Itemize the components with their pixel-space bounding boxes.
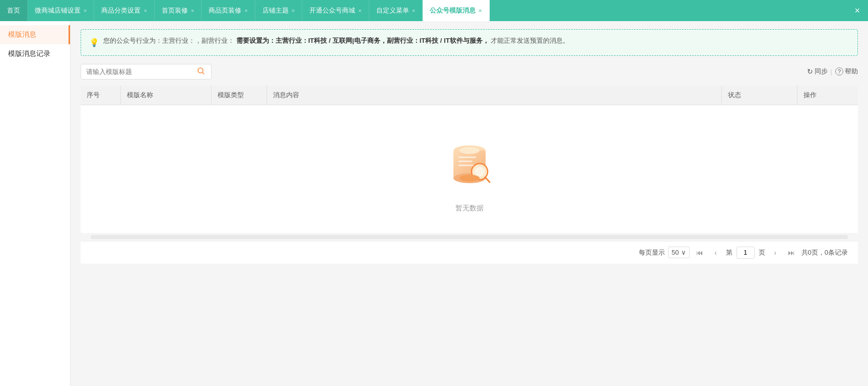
search-input[interactable] xyxy=(86,68,197,75)
tab-home-label: 首页 xyxy=(7,6,20,15)
svg-line-1 xyxy=(203,72,205,74)
tab-home-decor[interactable]: 首页装修 × xyxy=(155,0,202,21)
tab-home-decor-close[interactable]: × xyxy=(191,8,194,14)
col-status: 状态 xyxy=(722,86,797,105)
tab-store-theme-close[interactable]: × xyxy=(292,8,295,14)
svg-rect-8 xyxy=(458,165,475,166)
sidebar-item-template-msg[interactable]: 模版消息 xyxy=(0,25,70,44)
empty-illustration xyxy=(439,135,500,196)
last-page-button[interactable]: ⏭ xyxy=(785,247,797,259)
empty-text: 暂无数据 xyxy=(455,204,484,213)
tab-open-wechat-close[interactable]: × xyxy=(358,8,361,14)
empty-state: 暂无数据 xyxy=(81,105,858,233)
sidebar-item-template-msg-log[interactable]: 模版消息记录 xyxy=(0,44,70,63)
prev-page-button[interactable]: ‹ xyxy=(710,247,722,259)
alert-banner: 💡 您的公众号行业为：主营行业：，副营行业： 需要设置为：主营行业：IT科技 /… xyxy=(81,29,858,56)
pagination: 每页显示 50 ∨ ⏮ ‹ 第 页 › ⏭ 共0页，0条记录 xyxy=(81,241,858,264)
tab-wechat-template-label: 公众号模版消息 xyxy=(430,6,476,15)
tab-product-decor-close[interactable]: × xyxy=(244,8,247,14)
tab-product-decor[interactable]: 商品页装修 × xyxy=(202,0,255,21)
total-info: 共0页，0条记录 xyxy=(802,248,848,257)
main-layout: 模版消息 模版消息记录 💡 您的公众号行业为：主营行业：，副营行业： 需要设置为… xyxy=(0,21,868,386)
tab-custom-menu-label: 自定义菜单 xyxy=(376,6,409,15)
search-bar: ↻ 同步 | ? 帮助 xyxy=(81,64,858,80)
tab-product-decor-label: 商品页装修 xyxy=(209,6,241,15)
tab-product-category[interactable]: 商品分类设置 × xyxy=(94,0,154,21)
col-type: 模版类型 xyxy=(212,86,267,105)
col-name: 模版名称 xyxy=(121,86,212,105)
svg-point-5 xyxy=(459,147,480,154)
page-input[interactable] xyxy=(737,247,755,259)
per-page-value: 50 xyxy=(672,249,679,256)
divider: | xyxy=(831,68,832,75)
col-content: 消息内容 xyxy=(267,86,722,105)
content-area: 💡 您的公众号行业为：主营行业：，副营行业： 需要设置为：主营行业：IT科技 /… xyxy=(71,21,868,386)
help-icon: ? xyxy=(835,67,843,75)
svg-point-12 xyxy=(459,175,480,182)
tab-open-wechat-label: 开通公众号商城 xyxy=(309,6,355,15)
tab-store-theme[interactable]: 店铺主题 × xyxy=(255,0,302,21)
per-page-selector: 每页显示 50 ∨ xyxy=(639,247,689,258)
tab-home-decor-label: 首页装修 xyxy=(162,6,188,15)
tab-weshop-close[interactable]: × xyxy=(84,8,87,14)
tab-home[interactable]: 首页 xyxy=(0,0,28,21)
table-header: 序号 模版名称 模版类型 消息内容 状态 操作 xyxy=(81,86,858,105)
next-page-button[interactable]: › xyxy=(769,247,781,259)
tab-open-wechat-shop[interactable]: 开通公众号商城 × xyxy=(302,0,369,21)
horizontal-scrollbar[interactable] xyxy=(91,235,848,239)
per-page-select-box[interactable]: 50 ∨ xyxy=(668,247,689,258)
tab-weshop-label: 微商城店铺设置 xyxy=(35,6,81,15)
tab-wechat-template[interactable]: 公众号模版消息 × xyxy=(423,0,489,21)
per-page-label: 每页显示 xyxy=(639,248,665,257)
tab-store-theme-label: 店铺主题 xyxy=(262,6,289,15)
page-label: 第 xyxy=(726,248,732,257)
alert-highlight: 需要设置为：主营行业：IT科技 / 互联网|电子商务，副营行业：IT科技 / I… xyxy=(236,37,489,44)
alert-icon: 💡 xyxy=(89,36,99,49)
help-label: 帮助 xyxy=(845,67,858,76)
help-button[interactable]: ? 帮助 xyxy=(835,67,858,76)
sidebar-item-template-msg-log-label: 模版消息记录 xyxy=(8,49,50,57)
alert-suffix: 才能正常发送预置的消息。 xyxy=(491,37,569,44)
chevron-down-icon: ∨ xyxy=(681,249,686,256)
sync-label: 同步 xyxy=(815,67,828,76)
sync-help-area: ↻ 同步 | ? 帮助 xyxy=(807,67,858,76)
col-action: 操作 xyxy=(797,86,858,105)
data-table: 序号 模版名称 模版类型 消息内容 状态 操作 xyxy=(81,86,858,233)
first-page-button[interactable]: ⏮ xyxy=(694,247,706,259)
col-seq: 序号 xyxy=(81,86,121,105)
sidebar-item-template-msg-label: 模版消息 xyxy=(8,30,36,38)
tab-product-category-close[interactable]: × xyxy=(144,8,147,14)
sync-button[interactable]: ↻ 同步 xyxy=(807,67,828,76)
search-input-wrap[interactable] xyxy=(81,64,212,80)
page-unit: 页 xyxy=(759,248,765,257)
svg-point-10 xyxy=(475,167,485,177)
sync-icon: ↻ xyxy=(807,67,813,75)
top-nav: 首页 微商城店铺设置 × 商品分类设置 × 首页装修 × 商品页装修 × 店铺主… xyxy=(0,0,868,21)
tab-wechat-template-close[interactable]: × xyxy=(479,8,482,14)
svg-line-11 xyxy=(485,177,490,182)
tab-product-category-label: 商品分类设置 xyxy=(101,6,141,15)
tab-custom-menu[interactable]: 自定义菜单 × xyxy=(369,0,423,21)
alert-prefix: 您的公众号行业为：主营行业：，副营行业： xyxy=(103,37,234,44)
sidebar: 模版消息 模版消息记录 xyxy=(0,21,71,386)
tab-weshop-settings[interactable]: 微商城店铺设置 × xyxy=(28,0,94,21)
search-icon xyxy=(197,67,205,75)
tab-custom-menu-close[interactable]: × xyxy=(412,8,415,14)
svg-rect-7 xyxy=(458,161,473,162)
search-button[interactable] xyxy=(197,67,205,76)
close-all-button[interactable]: × xyxy=(846,6,868,16)
svg-rect-6 xyxy=(458,157,476,158)
alert-text: 您的公众号行业为：主营行业：，副营行业： 需要设置为：主营行业：IT科技 / 互… xyxy=(103,36,569,46)
